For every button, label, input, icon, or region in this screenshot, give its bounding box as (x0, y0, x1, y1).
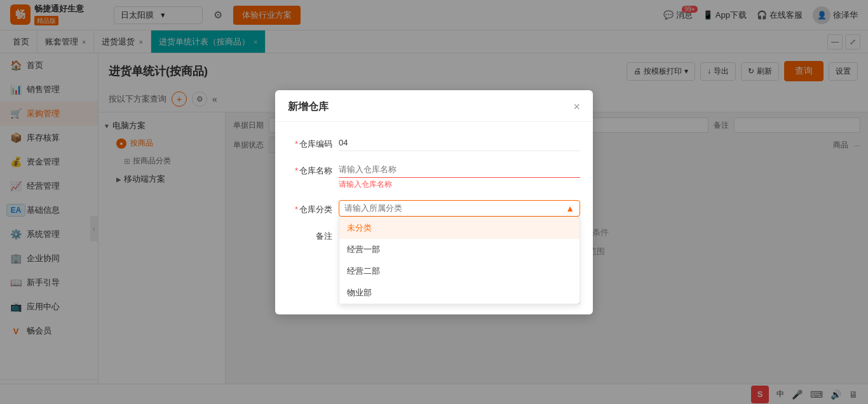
dropdown-item-unclassified[interactable]: 未分类 (339, 217, 580, 239)
modal-header: 新增仓库 × (275, 90, 593, 122)
dropdown-item-dept3[interactable]: 物业部 (339, 282, 580, 304)
warehouse-category-field: ▲ 未分类 经营一部 经营二部 物业部 (339, 200, 580, 217)
category-input[interactable] (344, 203, 566, 213)
category-dropdown-arrow[interactable]: ▲ (566, 203, 574, 213)
warehouse-code-row: *仓库编码 (288, 135, 580, 151)
add-warehouse-modal: 新增仓库 × *仓库编码 *仓库名称 请输入仓库名称 (275, 90, 593, 314)
warehouse-note-label: 备注 (288, 227, 339, 242)
modal-body: *仓库编码 *仓库名称 请输入仓库名称 *仓库分类 (275, 122, 593, 278)
warehouse-name-error: 请输入仓库名称 (339, 179, 580, 190)
modal-title: 新增仓库 (288, 100, 329, 114)
warehouse-code-input[interactable] (339, 135, 580, 151)
warehouse-code-label: *仓库编码 (288, 135, 339, 150)
warehouse-name-label: *仓库名称 (288, 161, 339, 177)
dropdown-item-dept2[interactable]: 经营二部 (339, 260, 580, 282)
category-input-wrapper: ▲ (339, 200, 580, 217)
warehouse-category-label: *仓库分类 (288, 200, 339, 215)
dropdown-item-dept1[interactable]: 经营一部 (339, 239, 580, 260)
warehouse-category-row: *仓库分类 ▲ 未分类 经营一部 经营二部 物业部 (288, 200, 580, 217)
category-dropdown: 未分类 经营一部 经营二部 物业部 (339, 217, 580, 304)
warehouse-name-input[interactable] (339, 161, 580, 178)
warehouse-name-field: 请输入仓库名称 (339, 161, 580, 190)
modal-overlay[interactable]: 新增仓库 × *仓库编码 *仓库名称 请输入仓库名称 (0, 0, 868, 404)
warehouse-name-row: *仓库名称 请输入仓库名称 (288, 161, 580, 190)
modal-close-button[interactable]: × (573, 101, 580, 112)
warehouse-code-field (339, 135, 580, 151)
